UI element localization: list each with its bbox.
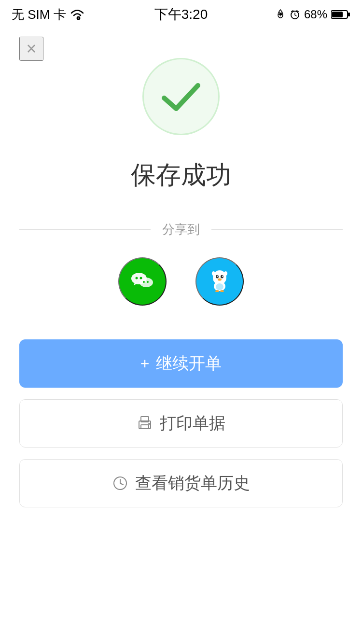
wifi-icon [70, 9, 84, 20]
history-icon [112, 475, 128, 491]
alarm-icon [290, 9, 300, 20]
plus-icon: + [140, 355, 150, 373]
history-button[interactable]: 查看销货单历史 [19, 459, 343, 507]
print-label: 打印单据 [160, 412, 225, 434]
svg-point-15 [218, 279, 222, 281]
svg-point-19 [220, 290, 224, 292]
continue-button[interactable]: + 继续开单 [19, 339, 343, 388]
svg-point-14 [222, 276, 223, 277]
main-content: 保存成功 分享到 [0, 29, 362, 507]
print-icon [137, 415, 153, 432]
qq-logo [205, 267, 234, 296]
action-buttons: + 继续开单 打印单据 查看销货单历史 [0, 339, 362, 507]
svg-point-9 [147, 281, 149, 283]
svg-rect-3 [332, 12, 343, 17]
close-icon: × [26, 40, 36, 57]
status-bar: 无 SIM 卡 下午3:20 68% [0, 0, 362, 29]
status-right: 68% [275, 8, 350, 21]
sim-status: 无 SIM 卡 [12, 6, 66, 23]
status-left: 无 SIM 卡 [12, 6, 84, 23]
success-title: 保存成功 [131, 158, 231, 192]
wechat-logo [128, 267, 157, 296]
history-label: 查看销货单历史 [135, 472, 250, 494]
qq-share-button[interactable] [195, 257, 244, 306]
status-time: 下午3:20 [154, 5, 208, 24]
svg-point-25 [148, 423, 150, 425]
checkmark-icon [159, 80, 203, 113]
svg-point-17 [216, 283, 223, 290]
close-button[interactable]: × [19, 37, 43, 61]
battery-percentage: 68% [304, 8, 327, 21]
svg-rect-24 [141, 425, 149, 429]
svg-point-7 [140, 277, 142, 280]
svg-rect-2 [348, 13, 350, 16]
share-label: 分享到 [151, 221, 211, 238]
success-circle [142, 58, 220, 135]
svg-point-6 [136, 277, 138, 280]
svg-point-8 [143, 281, 145, 283]
location-icon [275, 9, 286, 20]
svg-point-13 [217, 276, 218, 277]
share-icons [118, 257, 244, 306]
svg-point-12 [221, 275, 223, 279]
divider-row: 分享到 [0, 221, 362, 238]
continue-label: 继续开单 [156, 352, 222, 375]
svg-point-18 [215, 290, 219, 292]
svg-point-11 [216, 275, 219, 279]
print-button[interactable]: 打印单据 [19, 399, 343, 448]
divider-right [211, 229, 343, 230]
wechat-share-button[interactable] [118, 257, 167, 306]
share-section: 分享到 [0, 221, 362, 306]
divider-left [19, 229, 151, 230]
battery-icon [331, 9, 350, 20]
